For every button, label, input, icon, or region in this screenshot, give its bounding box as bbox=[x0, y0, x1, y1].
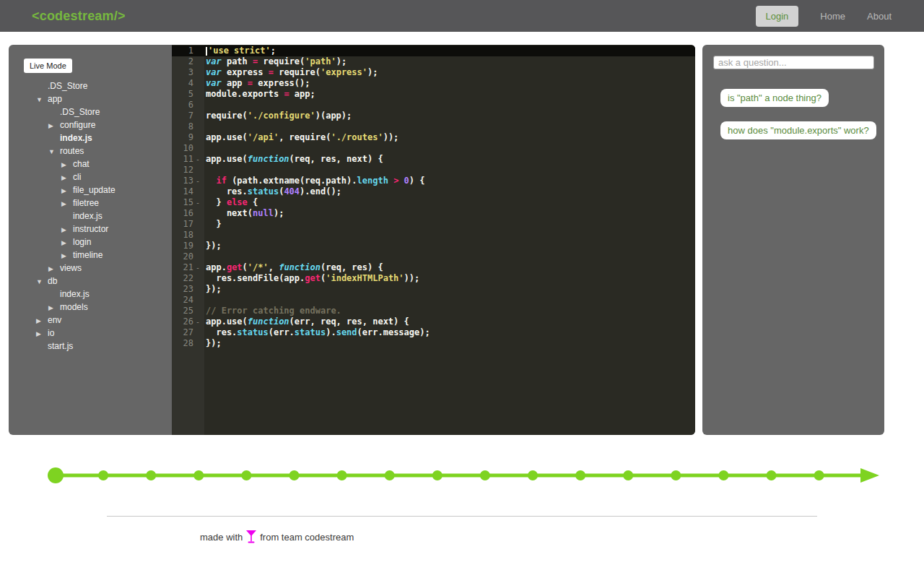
code-line-8[interactable]: 8 bbox=[172, 121, 695, 132]
chevron-right-icon[interactable]: ▶ bbox=[48, 301, 60, 314]
tree-item-instructor[interactable]: ▶instructor bbox=[9, 223, 172, 236]
chevron-right-icon[interactable]: ▶ bbox=[61, 158, 73, 171]
code-line-19[interactable]: 19}); bbox=[172, 241, 695, 251]
timeline[interactable] bbox=[0, 460, 924, 491]
tree-item-index-js[interactable]: index.js bbox=[9, 210, 172, 223]
code-line-4[interactable]: 4var app = express(); bbox=[172, 78, 695, 89]
timeline-dot[interactable] bbox=[48, 467, 64, 483]
tree-item-start-js[interactable]: start.js bbox=[9, 340, 172, 353]
code-line-18[interactable]: 18 bbox=[172, 230, 695, 241]
tree-item-env[interactable]: ▶env bbox=[9, 314, 172, 327]
code-line-22[interactable]: 22 res.sendFile(app.get('indexHTMLPath')… bbox=[172, 273, 695, 284]
chevron-right-icon[interactable]: ▶ bbox=[36, 314, 48, 327]
question-chip[interactable]: how does "module.exports" work? bbox=[720, 121, 876, 139]
chevron-right-icon[interactable]: ▶ bbox=[61, 184, 73, 197]
code-line-24[interactable]: 24 bbox=[172, 295, 695, 306]
code-line-12[interactable]: 12 bbox=[172, 165, 695, 176]
timeline-dot[interactable] bbox=[480, 470, 490, 480]
fold-marker-icon[interactable]: - bbox=[196, 262, 200, 273]
chevron-right-icon[interactable]: ▶ bbox=[61, 171, 73, 184]
code-line-21[interactable]: 21-app.get('/*', function(req, res) { bbox=[172, 262, 695, 273]
question-chip[interactable]: is "path" a node thing? bbox=[720, 89, 829, 107]
timeline-dot[interactable] bbox=[241, 470, 251, 480]
tree-item-db[interactable]: ▼db bbox=[9, 275, 172, 288]
code-line-14[interactable]: 14 res.status(404).end(); bbox=[172, 186, 695, 197]
timeline-svg bbox=[0, 460, 924, 491]
code-line-6[interactable]: 6 bbox=[172, 100, 695, 111]
chevron-right-icon[interactable]: ▶ bbox=[48, 119, 60, 132]
tree-item-io[interactable]: ▶io bbox=[9, 327, 172, 340]
login-button[interactable]: Login bbox=[756, 6, 799, 27]
chevron-right-icon[interactable]: ▶ bbox=[61, 249, 73, 262]
tree-item-file-update[interactable]: ▶file_update bbox=[9, 184, 172, 197]
chevron-down-icon[interactable]: ▼ bbox=[36, 275, 48, 288]
timeline-dot[interactable] bbox=[767, 470, 777, 480]
tree-item-app[interactable]: ▼app bbox=[9, 92, 172, 105]
timeline-dot[interactable] bbox=[623, 470, 633, 480]
tree-item-index-js[interactable]: index.js bbox=[9, 288, 172, 301]
code-line-10[interactable]: 10 bbox=[172, 143, 695, 154]
home-link[interactable]: Home bbox=[820, 11, 845, 22]
tree-item-chat[interactable]: ▶chat bbox=[9, 158, 172, 171]
martini-glass-icon bbox=[246, 530, 256, 543]
text-cursor bbox=[206, 47, 207, 56]
code-line-1[interactable]: 1'use strict'; bbox=[172, 46, 695, 56]
tree-item-routes[interactable]: ▼routes bbox=[9, 144, 172, 158]
timeline-dot[interactable] bbox=[575, 470, 585, 480]
code-line-9[interactable]: 9app.use('/api', require('./routes')); bbox=[172, 132, 695, 143]
timeline-dot[interactable] bbox=[289, 470, 300, 480]
code-line-5[interactable]: 5module.exports = app; bbox=[172, 89, 695, 100]
code-line-2[interactable]: 2var path = require('path'); bbox=[172, 56, 695, 67]
code-editor[interactable]: 1'use strict';2var path = require('path'… bbox=[172, 45, 695, 435]
code-line-25[interactable]: 25// Error catching endware. bbox=[172, 306, 695, 316]
tree-item-timeline[interactable]: ▶timeline bbox=[9, 249, 172, 262]
code-line-7[interactable]: 7require('./configure')(app); bbox=[172, 111, 695, 121]
chevron-down-icon[interactable]: ▼ bbox=[36, 93, 48, 106]
timeline-dot[interactable] bbox=[98, 470, 108, 480]
timeline-dot[interactable] bbox=[432, 470, 443, 480]
code-line-23[interactable]: 23}); bbox=[172, 284, 695, 295]
timeline-dot[interactable] bbox=[718, 470, 728, 480]
chevron-right-icon[interactable]: ▶ bbox=[61, 236, 73, 249]
footer-suffix: from team codestream bbox=[260, 532, 354, 543]
ask-question-input[interactable] bbox=[713, 56, 874, 69]
code-line-13[interactable]: 13- if (path.extname(req.path).length > … bbox=[172, 176, 695, 186]
tree-item--ds-store[interactable]: .DS_Store bbox=[9, 79, 172, 92]
timeline-dot[interactable] bbox=[528, 470, 538, 480]
code-line-28[interactable]: 28}); bbox=[172, 338, 695, 349]
tree-item-filetree[interactable]: ▶filetree bbox=[9, 197, 172, 210]
timeline-dot[interactable] bbox=[385, 470, 395, 480]
timeline-dot[interactable] bbox=[193, 470, 204, 480]
chevron-right-icon[interactable]: ▶ bbox=[48, 262, 60, 275]
chevron-right-icon[interactable]: ▶ bbox=[61, 197, 73, 210]
tree-item--ds-store[interactable]: .DS_Store bbox=[9, 105, 172, 118]
tree-item-views[interactable]: ▶views bbox=[9, 262, 172, 275]
about-link[interactable]: About bbox=[867, 11, 892, 22]
chevron-right-icon[interactable]: ▶ bbox=[36, 327, 48, 340]
timeline-dot[interactable] bbox=[337, 470, 347, 480]
tree-item-index-js[interactable]: index.js bbox=[9, 131, 172, 144]
fold-marker-icon[interactable]: - bbox=[196, 154, 200, 165]
code-line-17[interactable]: 17 } bbox=[172, 219, 695, 230]
timeline-dot[interactable] bbox=[146, 470, 156, 480]
chevron-down-icon[interactable]: ▼ bbox=[48, 145, 60, 158]
codestream-logo[interactable]: <codestream/> bbox=[32, 9, 126, 24]
code-line-15[interactable]: 15- } else { bbox=[172, 197, 695, 208]
fold-marker-icon[interactable]: - bbox=[196, 176, 200, 186]
fold-marker-icon[interactable]: - bbox=[196, 316, 200, 327]
code-line-26[interactable]: 26-app.use(function(err, req, res, next)… bbox=[172, 316, 695, 327]
code-line-11[interactable]: 11-app.use(function(req, res, next) { bbox=[172, 154, 695, 165]
timeline-dot[interactable] bbox=[814, 470, 824, 480]
code-line-27[interactable]: 27 res.status(err.status).send(err.messa… bbox=[172, 327, 695, 338]
live-mode-button[interactable]: Live Mode bbox=[24, 59, 72, 73]
tree-item-login[interactable]: ▶login bbox=[9, 236, 172, 249]
code-line-16[interactable]: 16 next(null); bbox=[172, 208, 695, 219]
code-line-3[interactable]: 3var express = require('express'); bbox=[172, 67, 695, 78]
tree-item-configure[interactable]: ▶configure bbox=[9, 118, 172, 131]
tree-item-models[interactable]: ▶models bbox=[9, 301, 172, 314]
fold-marker-icon[interactable]: - bbox=[196, 197, 200, 208]
tree-item-cli[interactable]: ▶cli bbox=[9, 171, 172, 184]
code-line-20[interactable]: 20 bbox=[172, 251, 695, 262]
timeline-dot[interactable] bbox=[671, 470, 681, 480]
chevron-right-icon[interactable]: ▶ bbox=[61, 223, 73, 236]
